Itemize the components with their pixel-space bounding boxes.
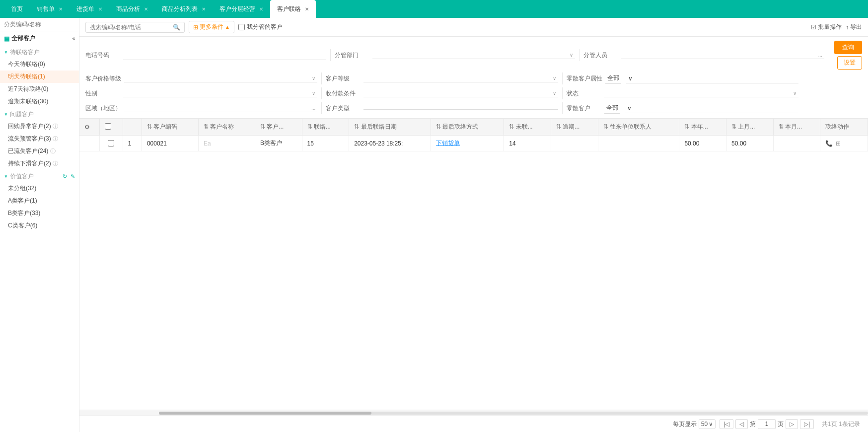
filter-search-icon[interactable]: 🔍 <box>173 24 180 31</box>
retail-customer-select[interactable]: 全部 <box>604 103 620 114</box>
batch-label: 批量操作 <box>818 23 842 31</box>
col-this-month-header[interactable]: ⇅ 本月... <box>773 119 820 136</box>
page-number-input[interactable] <box>758 419 776 429</box>
nav-purchase-close[interactable]: ✕ <box>98 6 102 12</box>
sidebar-item-ungroup[interactable]: 未分组(32) <box>0 182 79 195</box>
phone-input[interactable] <box>123 51 326 60</box>
col-checkbox-header[interactable] <box>99 119 123 136</box>
row-type-cell: B类客户 <box>255 136 302 151</box>
footer-page-size: 每页显示 50 ∨ <box>673 419 716 429</box>
first-page-btn[interactable]: |◁ <box>720 419 733 429</box>
sidebar-item-c-class[interactable]: C类客户(6) <box>0 219 79 232</box>
nav-purchase[interactable]: 进货单 ✕ <box>70 0 109 18</box>
nav-customer-tier-close[interactable]: ✕ <box>259 6 263 12</box>
payment-select[interactable]: ∨ <box>363 89 558 97</box>
filter-search-input[interactable] <box>90 24 171 31</box>
my-customers-checkbox[interactable]: 我分管的客户 <box>238 23 283 31</box>
col-overdue-header[interactable]: ⇅ 逾期... <box>551 119 598 136</box>
col-gear-header[interactable]: ⚙ <box>79 119 99 136</box>
phone-action-icon[interactable]: 📞 <box>825 140 833 147</box>
customer-type-select[interactable] <box>363 107 558 110</box>
dept-select[interactable]: ∨ <box>372 51 576 59</box>
sidebar-collapse-icon[interactable]: « <box>72 36 75 41</box>
horizontal-scrollbar[interactable] <box>79 410 868 416</box>
next-page-btn[interactable]: ▷ <box>786 419 798 429</box>
nav-customer-tier-label: 客户分层经营 <box>219 5 255 13</box>
sidebar-item-today[interactable]: 今天待联络(0) <box>0 58 79 71</box>
nav-sales[interactable]: 销售单 ✕ <box>30 0 70 18</box>
row-checkbox-cell[interactable] <box>99 136 123 151</box>
prev-page-btn[interactable]: ◁ <box>735 419 748 429</box>
batch-operation-btn[interactable]: ☑ 批量操作 <box>811 23 842 31</box>
sidebar-all-customers[interactable]: ▦ 全部客户 « <box>0 31 79 46</box>
row-action-cell: 📞 ⊞ <box>820 136 868 151</box>
nav-home[interactable]: 首页 <box>4 0 30 18</box>
col-code-sort-icon: ⇅ <box>147 123 152 130</box>
value-group-refresh-icon[interactable]: ↻ <box>63 173 67 180</box>
sidebar-search-input[interactable] <box>4 21 78 28</box>
col-this-year-header[interactable]: ⇅ 本年... <box>679 119 726 136</box>
value-group-edit-icon[interactable]: ✎ <box>71 173 75 180</box>
gear-icon[interactable]: ⚙ <box>84 124 90 131</box>
filter-customer-type: 客户类型 <box>326 104 558 113</box>
col-name-header[interactable]: ⇅ 客户名称 <box>198 119 255 136</box>
sidebar-item-declining[interactable]: 持续下滑客户(2) ⓘ <box>0 157 79 170</box>
sidebar-item-churned[interactable]: 已流失客户(24) ⓘ <box>0 145 79 157</box>
col-last-date-header[interactable]: ⇅ 最后联络日期 <box>349 119 431 136</box>
table-header-row: ⚙ ⇅ 客户编码 ⇅ 客户名称 ⇅ 客户... <box>79 119 868 136</box>
price-level-chevron: ∨ <box>312 75 315 81</box>
customer-level-select[interactable]: ∨ <box>363 74 558 82</box>
nav-customer-contact[interactable]: 客户联络 ✕ <box>270 0 316 18</box>
settings-btn[interactable]: 设置 <box>837 56 862 70</box>
filter-manager: 分管人员 ... <box>583 51 824 60</box>
area-select[interactable]: ... <box>124 104 317 112</box>
col-uncontacted-header[interactable]: ⇅ 未联... <box>504 119 551 136</box>
status-select[interactable]: ∨ <box>604 89 798 97</box>
col-unit-contact-header[interactable]: ⇅ 往来单位联系人 <box>598 119 679 136</box>
sidebar-item-a-class[interactable]: A类客户(1) <box>0 195 79 207</box>
page-size-value: 50 <box>701 421 708 428</box>
nav-product-analysis[interactable]: 商品分析 ✕ <box>109 0 155 18</box>
sidebar-item-churn-warning[interactable]: 流失预警客户(3) ⓘ <box>0 133 79 145</box>
export-btn[interactable]: ↑ 导出 <box>846 23 862 31</box>
nav-customer-contact-close[interactable]: ✕ <box>305 6 309 12</box>
scrollbar-thumb[interactable] <box>159 412 371 415</box>
nav-product-list-close[interactable]: ✕ <box>202 6 206 12</box>
customer-level-chevron: ∨ <box>553 75 556 81</box>
grid-action-icon[interactable]: ⊞ <box>836 140 841 147</box>
row-checkbox[interactable] <box>108 140 114 146</box>
retail-attr-dropdown[interactable]: ∨ <box>626 74 798 83</box>
query-btn[interactable]: 查询 <box>834 41 862 54</box>
col-code-header[interactable]: ⇅ 客户编码 <box>142 119 198 136</box>
page-size-select[interactable]: 50 ∨ <box>699 419 716 429</box>
select-all-checkbox[interactable] <box>105 123 111 130</box>
sidebar-item-repurchase[interactable]: 回购异常客户(2) ⓘ <box>0 120 79 133</box>
nav-product-analysis-close[interactable]: ✕ <box>144 6 148 12</box>
retail-attr-select[interactable]: 全部 <box>605 73 621 84</box>
gender-select[interactable]: ∨ <box>123 89 317 97</box>
nav-customer-tier[interactable]: 客户分层经营 ✕ <box>213 0 270 18</box>
row-last-way-cell[interactable]: 下销货单 <box>431 136 504 151</box>
divider-4 <box>562 72 563 84</box>
row-this-year-cell: 50.00 <box>679 136 726 151</box>
col-type-header[interactable]: ⇅ 客户... <box>255 119 302 136</box>
retail-customer-dropdown[interactable]: ∨ <box>625 104 798 113</box>
sidebar-item-overdue[interactable]: 逾期未联络(30) <box>0 95 79 108</box>
my-customers-check[interactable] <box>238 24 245 30</box>
sidebar-search-bar[interactable]: 🔍 <box>0 18 79 31</box>
price-level-select[interactable]: ∨ <box>124 74 317 82</box>
nav-sales-close[interactable]: ✕ <box>59 6 63 12</box>
col-name-sort-icon: ⇅ <box>204 123 209 130</box>
filter-search-box[interactable]: 🔍 <box>85 22 185 33</box>
col-last-month-header[interactable]: ⇅ 上月... <box>726 119 774 136</box>
sidebar-item-tomorrow[interactable]: 明天待联络(1) <box>0 71 79 83</box>
manager-select[interactable]: ... <box>621 51 824 59</box>
sidebar-item-b-class[interactable]: B类客户(33) <box>0 207 79 219</box>
col-last-way-header[interactable]: ⇅ 最后联络方式 <box>431 119 504 136</box>
last-page-btn[interactable]: ▷| <box>800 419 814 429</box>
nav-product-list[interactable]: 商品分析列表 ✕ <box>155 0 213 18</box>
sidebar-item-7days[interactable]: 近7天待联络(0) <box>0 83 79 95</box>
filter-more-btn[interactable]: ⊞ 更多条件 ▲ <box>189 21 234 33</box>
sidebar-value-group: ▼ 价值客户 ↻ ✎ <box>0 170 79 182</box>
col-contact-header[interactable]: ⇅ 联络... <box>302 119 349 136</box>
